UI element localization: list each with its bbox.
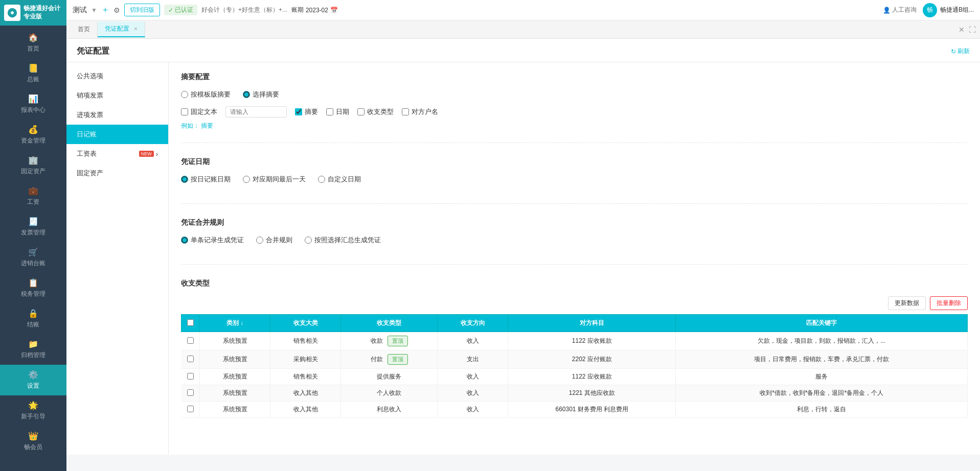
row-checkbox[interactable] [187, 356, 194, 362]
left-menu-payroll[interactable]: 工资表 NEW › [66, 144, 168, 163]
td-direction: 收入 [438, 332, 508, 350]
sidebar-item-home[interactable]: 🏠 首页 [0, 28, 66, 58]
radio-custom-date[interactable]: 自定义日期 [318, 175, 361, 184]
period-value: 2023-02 [306, 7, 328, 14]
sub-type-text: 付款 [371, 356, 383, 363]
sidebar-nav: 🏠 首页 📒 总账 📊 报表中心 💰 资金管理 🏢 固定资产 💼 工资 🧾 发票… [0, 26, 66, 457]
help-icon: 👤 [883, 7, 891, 14]
member-icon: 👑 [28, 431, 38, 441]
checkbox-date[interactable]: 日期 [326, 107, 349, 116]
sidebar-item-fixed-assets[interactable]: 🏢 固定资产 [0, 150, 66, 181]
settings-icon: ⚙️ [28, 370, 38, 380]
tab-close-icon[interactable]: × [134, 26, 137, 32]
sidebar-item-label: 新手引导 [21, 412, 45, 421]
sidebar-item-archive[interactable]: 📁 归档管理 [0, 334, 66, 365]
calendar-icon[interactable]: 📅 [330, 7, 338, 14]
update-data-button[interactable]: 更新数据 [888, 296, 926, 310]
topbar: 测试 ▼ ＋ ⚙ 切到旧版 ✓ 已认证 好会计（专）+好生意（标）+... 账期… [66, 0, 980, 20]
switch-version-button[interactable]: 切到旧版 [124, 4, 160, 16]
left-menu-journal[interactable]: 日记账 [66, 125, 168, 144]
radio-select-total[interactable]: 按照选择汇总生成凭证 [305, 236, 381, 245]
radio-select-total-label: 按照选择汇总生成凭证 [314, 236, 381, 245]
sidebar-item-tax[interactable]: 📋 税务管理 [0, 273, 66, 303]
checkbox-fixed-text[interactable]: 固定文本 [181, 107, 217, 116]
row-checkbox[interactable] [187, 389, 194, 396]
add-icon[interactable]: ＋ [101, 5, 109, 15]
refresh-button[interactable]: ↻ 刷新 [951, 47, 970, 56]
left-menu-purchase-invoice[interactable]: 进项发票 [66, 105, 168, 125]
radio-template-input[interactable] [181, 91, 188, 98]
sidebar-item-guide[interactable]: 🌟 新手引导 [0, 395, 66, 426]
left-menu-public[interactable]: 公共选项 [66, 66, 168, 86]
sidebar-item-invoice[interactable]: 🧾 发票管理 [0, 211, 66, 242]
row-checkbox[interactable] [187, 337, 194, 344]
td-keywords: 项目，日常费用，报销款，车费，承兑汇票，付款 [676, 350, 968, 369]
checkbox-type-input[interactable] [357, 108, 364, 115]
sidebar-item-salary[interactable]: 💼 工资 [0, 181, 66, 211]
top-tag-button[interactable]: 置顶 [388, 336, 408, 346]
radio-single-input[interactable] [181, 237, 188, 244]
income-expense-section: 收支类型 更新数据 批量删除 类别 ↓ 收支大类 [181, 279, 968, 430]
row-checkbox[interactable] [187, 406, 194, 412]
topbar-settings-icon[interactable]: ⚙ [113, 6, 120, 14]
row-checkbox[interactable] [187, 373, 194, 380]
radio-select-input[interactable] [243, 91, 250, 98]
tab-home-label: 首页 [78, 26, 90, 33]
sidebar-item-reports[interactable]: 📊 报表中心 [0, 89, 66, 120]
sidebar-item-finance[interactable]: 💰 资金管理 [0, 120, 66, 150]
tab-voucher-config[interactable]: 凭证配置 × [98, 21, 145, 37]
left-menu-sales-invoice[interactable]: 销项发票 [66, 86, 168, 105]
radio-period-last[interactable]: 对应期间最后一天 [243, 175, 306, 184]
dropdown-arrow-icon[interactable]: ▼ [91, 7, 97, 14]
checkbox-counterparty[interactable]: 对方户名 [402, 107, 438, 116]
radio-custom-date-input[interactable] [318, 176, 325, 183]
radio-template[interactable]: 按模板版摘要 [181, 90, 231, 99]
user-area: 畅 畅捷通B组... [923, 3, 974, 17]
td-checkbox [181, 369, 200, 385]
finance-icon: 💰 [28, 125, 38, 134]
tab-home[interactable]: 首页 [71, 22, 98, 37]
radio-single[interactable]: 单条记录生成凭证 [181, 236, 244, 245]
fixed-text-input[interactable] [225, 106, 287, 117]
radio-journal-date[interactable]: 按日记账日期 [181, 175, 231, 184]
radio-select-label: 选择摘要 [253, 90, 279, 99]
topbar-title: 测试 [73, 6, 87, 15]
radio-period-last-input[interactable] [243, 176, 250, 183]
batch-delete-button[interactable]: 批量删除 [930, 296, 968, 310]
table-row: 系统预置 收入其他 利息收入 收入 660301 财务费用 利息费用 利息，行转… [181, 402, 968, 418]
td-sub-type: 提供服务 [341, 369, 438, 385]
left-menu-purchase-invoice-label: 进项发票 [77, 110, 103, 120]
radio-template-label: 按模板版摘要 [191, 90, 231, 99]
help-button[interactable]: 👤 人工咨询 [883, 6, 917, 14]
tab-expand-button[interactable]: ⛶ [969, 26, 976, 34]
checkbox-counterparty-input[interactable] [402, 108, 409, 115]
checkbox-date-input[interactable] [326, 108, 333, 115]
tax-icon: 📋 [28, 278, 38, 288]
sidebar-item-purchase[interactable]: 🛒 进销台账 [0, 242, 66, 273]
income-expense-title: 收支类型 [181, 279, 968, 288]
sidebar-item-label: 资金管理 [21, 136, 45, 145]
left-menu-fixed-assets[interactable]: 固定资产 [66, 163, 168, 183]
period-label: 账期 [291, 6, 304, 14]
radio-merge-input[interactable] [256, 237, 263, 244]
reports-icon: 📊 [28, 94, 38, 104]
sidebar-item-ledger[interactable]: 📒 总账 [0, 58, 66, 89]
sidebar-item-label: 设置 [27, 382, 39, 390]
radio-select[interactable]: 选择摘要 [243, 90, 279, 99]
sidebar-item-settings[interactable]: ⚙️ 设置 [0, 365, 66, 395]
home-icon: 🏠 [28, 33, 38, 42]
tab-close-button[interactable]: ✕ [959, 26, 965, 34]
radio-merge[interactable]: 合并规则 [256, 236, 292, 245]
radio-select-total-input[interactable] [305, 237, 312, 244]
sidebar: 畅捷通好会计 专业版 🏠 首页 📒 总账 📊 报表中心 💰 资金管理 🏢 固定资… [0, 0, 66, 471]
sidebar-item-close[interactable]: 🔒 结账 [0, 303, 66, 334]
checkbox-type[interactable]: 收支类型 [357, 107, 394, 116]
checkbox-summary-input[interactable] [295, 108, 302, 115]
checkbox-summary[interactable]: 摘要 [295, 107, 318, 116]
radio-journal-date-input[interactable] [181, 176, 188, 183]
td-sub-type: 个人收款 [341, 385, 438, 402]
top-tag-button[interactable]: 置顶 [388, 354, 408, 365]
select-all-checkbox[interactable] [187, 319, 194, 326]
sidebar-item-member[interactable]: 👑 畅会员 [0, 426, 66, 457]
checkbox-fixed-text-input[interactable] [181, 108, 188, 115]
